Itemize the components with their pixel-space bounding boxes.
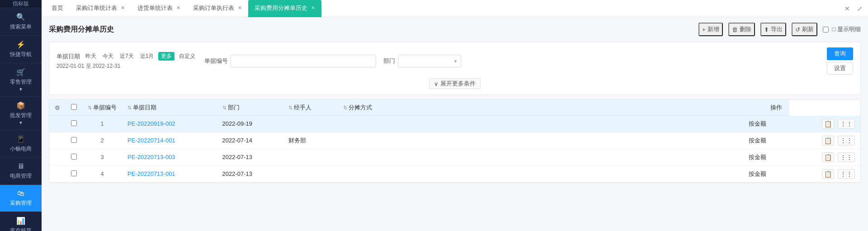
sidebar-item-mobile-commerce[interactable]: 📱 小畅电商: [0, 130, 42, 158]
row-split-method-cell: 按金额: [743, 149, 789, 165]
date-shortcut-custom[interactable]: 自定义: [177, 52, 197, 61]
row-actions-cell: 📋 ⋮⋮: [789, 149, 860, 165]
sidebar-item-quick-nav[interactable]: ⚡ 快捷导航: [0, 36, 42, 63]
row-checkbox[interactable]: [71, 137, 77, 143]
tab-purchase-order-stats-label: 采购订单统计表: [76, 4, 117, 12]
row-handler-cell: [338, 165, 743, 182]
expand-window-icon[interactable]: ⤢: [855, 4, 864, 13]
row-order-no-cell: PE-20220713-001: [122, 165, 217, 182]
row-detail-button[interactable]: ⋮⋮: [838, 119, 855, 129]
date-shortcut-today[interactable]: 今天: [101, 52, 115, 61]
row-num-cell: 2: [82, 132, 122, 149]
expand-more-button[interactable]: ∨ 展开更多条件: [429, 78, 481, 89]
tab-close-active-icon[interactable]: ✕: [311, 5, 315, 11]
date-shortcut-more[interactable]: 更多: [158, 52, 175, 61]
sidebar-item-purchase[interactable]: 🛍 采购管理: [0, 185, 42, 212]
close-all-icon[interactable]: ✕: [843, 4, 852, 13]
sidebar-item-wholesale[interactable]: 📦 批发管理 ▼: [0, 97, 42, 130]
date-shortcut-7days[interactable]: 近7天: [118, 52, 136, 61]
sidebar-item-label: 零售管理: [10, 78, 32, 86]
export-button[interactable]: ⬆ 导出: [760, 23, 786, 36]
row-handler-cell: [338, 149, 743, 165]
sidebar-item-search[interactable]: 🔍 搜索菜单: [0, 8, 42, 36]
row-checkbox-cell: [66, 165, 82, 182]
col-split-method-header[interactable]: 分摊方式: [338, 100, 743, 116]
row-order-no-link[interactable]: PE-20220713-001: [127, 170, 175, 177]
refresh-button[interactable]: ↺ 刷新: [792, 23, 817, 36]
row-num-cell: 3: [82, 149, 122, 165]
col-dept-header[interactable]: 部门: [217, 100, 283, 116]
sidebar-item-ecommerce[interactable]: 🖥 电商管理: [0, 158, 42, 185]
delete-button[interactable]: 🗑 删除: [728, 23, 755, 36]
filter-section: 单据日期 昨天 今天 近7天 近1月 更多 自定义 2022-01-01 至 2…: [49, 42, 861, 95]
export-icon: ⬆: [764, 26, 769, 33]
delete-icon: 🗑: [732, 26, 738, 33]
tab-close-icon[interactable]: ✕: [238, 5, 242, 11]
filter-dept-label: 部门: [383, 57, 395, 65]
col-handler-header[interactable]: 经手人: [283, 100, 338, 116]
row-date-cell: 2022-07-14: [217, 132, 283, 149]
purchase-icon: 🛍: [17, 189, 24, 198]
row-edit-button[interactable]: 📋: [822, 152, 834, 162]
row-checkbox[interactable]: [71, 154, 77, 160]
select-all-checkbox[interactable]: [71, 104, 77, 110]
sidebar-item-retail[interactable]: 🛒 零售管理 ▼: [0, 63, 42, 97]
dept-select[interactable]: 财务部: [398, 55, 461, 67]
row-order-no-link[interactable]: PE-20220714-001: [127, 137, 175, 144]
tab-purchase-goods-stats[interactable]: 进货单统计表 ✕: [131, 0, 187, 17]
chevron-down-icon: ▼: [19, 87, 23, 92]
date-shortcut-1month[interactable]: 近1月: [138, 52, 156, 61]
table-row: 4 PE-20220713-001 2022-07-13 按金额 📋 ⋮⋮: [49, 165, 860, 182]
table-row: 2 PE-20220714-001 2022-07-14 财务部 按金额 📋 ⋮…: [49, 132, 860, 149]
row-settings-cell: [49, 132, 66, 149]
tab-purchase-goods-stats-label: 进货单统计表: [137, 4, 173, 12]
page-content: 采购费用分摊单历史 + 新增 🗑 删除 ⬆ 导出 ↺ 刷新: [42, 17, 868, 231]
tab-home[interactable]: 首页: [45, 0, 70, 17]
date-shortcut-yesterday[interactable]: 昨天: [84, 52, 98, 61]
row-checkbox-cell: [66, 149, 82, 165]
row-edit-button[interactable]: 📋: [822, 136, 834, 146]
row-detail-button[interactable]: ⋮⋮: [838, 169, 855, 179]
tab-purchase-cost-split[interactable]: 采购费用分摊单历史 ✕: [248, 0, 321, 17]
col-order-no-header[interactable]: 单据编号: [82, 100, 122, 116]
row-dept-cell: 财务部: [283, 132, 338, 149]
table-section: ⚙ 单据编号 单据日期 部门 经手人 分摊方式 操作: [49, 99, 861, 183]
chevron-down-icon: ∨: [434, 80, 439, 87]
add-button[interactable]: + 新增: [698, 23, 723, 36]
col-checkbox-header: [66, 100, 82, 116]
show-columns-toggle[interactable]: □ 显示明细: [823, 25, 861, 33]
row-detail-button[interactable]: ⋮⋮: [838, 136, 855, 146]
show-columns-checkbox[interactable]: [823, 27, 829, 33]
row-date-cell: 2022-09-19: [217, 116, 283, 132]
row-num-cell: 1: [82, 116, 122, 132]
sidebar-item-inventory[interactable]: 📊 库存核算: [0, 212, 42, 231]
row-split-method-cell: 按金额: [743, 116, 789, 132]
filter-row-1: 单据日期 昨天 今天 近7天 近1月 更多 自定义 2022-01-01 至 2…: [57, 47, 853, 75]
row-checkbox[interactable]: [71, 170, 77, 176]
expand-more-section: ∨ 展开更多条件: [57, 78, 853, 89]
tab-purchase-order-stats[interactable]: 采购订单统计表 ✕: [70, 0, 131, 17]
filter-order-no-input[interactable]: [231, 55, 376, 67]
expand-more-label: 展开更多条件: [440, 80, 476, 88]
filter-date-label: 单据日期: [57, 52, 80, 61]
row-order-no-link[interactable]: PE-20220919-002: [127, 120, 175, 127]
tab-close-icon[interactable]: ✕: [176, 5, 180, 11]
inventory-icon: 📊: [16, 217, 25, 225]
row-edit-button[interactable]: 📋: [822, 119, 834, 129]
gear-icon[interactable]: ⚙: [55, 104, 60, 111]
col-actions-header: 操作: [743, 100, 789, 116]
row-detail-button[interactable]: ⋮⋮: [838, 152, 855, 162]
row-num-cell: 4: [82, 165, 122, 182]
tab-purchase-order-exec[interactable]: 采购订单执行表 ✕: [187, 0, 248, 17]
tab-close-icon[interactable]: ✕: [121, 5, 125, 11]
query-button[interactable]: 查询: [827, 47, 853, 60]
row-split-method-cell: 按金额: [743, 132, 789, 149]
col-date-header[interactable]: 单据日期: [122, 100, 217, 116]
sidebar: 指标版 🔍 搜索菜单 ⚡ 快捷导航 🛒 零售管理 ▼ 📦 批发管理 ▼ 📱 小畅…: [0, 0, 42, 231]
row-order-no-link[interactable]: PE-20220713-003: [127, 154, 175, 160]
row-checkbox[interactable]: [71, 120, 77, 126]
row-checkbox-cell: [66, 116, 82, 132]
search-icon: 🔍: [16, 13, 25, 21]
row-edit-button[interactable]: 📋: [822, 169, 834, 179]
filter-settings-button[interactable]: 设置: [827, 62, 853, 75]
